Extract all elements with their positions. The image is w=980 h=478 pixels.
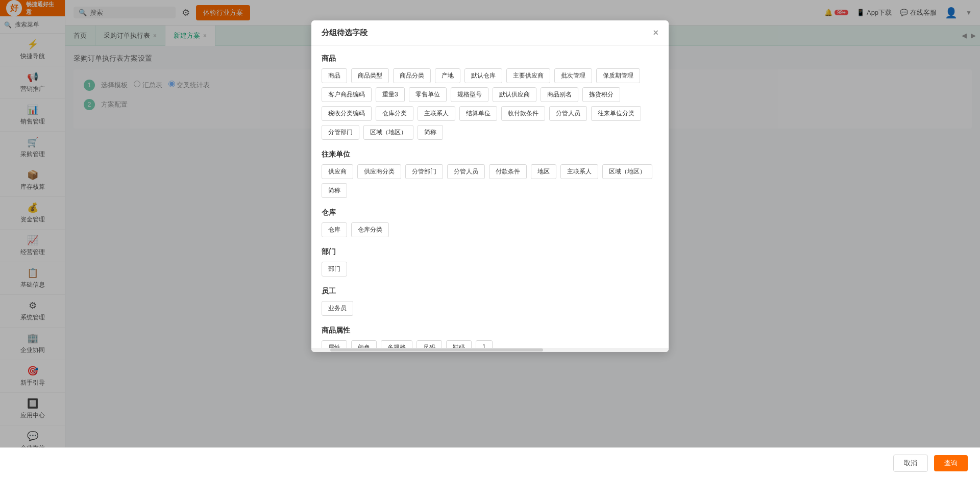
section-product-attr: 商品属性 属性 颜色 多规格 尺码 鞋码 1 — [322, 326, 658, 348]
field-supplier-category[interactable]: 供应商分类 — [357, 164, 401, 179]
cancel-button[interactable]: 取消 — [893, 455, 928, 472]
field-supervisor[interactable]: 分管人员 — [549, 106, 587, 121]
field-supervisor2[interactable]: 分管人员 — [447, 164, 485, 179]
field-region2[interactable]: 区域（地区） — [602, 164, 652, 179]
field-payment-terms[interactable]: 收付款条件 — [501, 106, 545, 121]
modal-footer: 取消 查询 — [0, 447, 980, 478]
field-multi-spec[interactable]: 多规格 — [381, 340, 412, 348]
field-default-supplier[interactable]: 默认供应商 — [493, 87, 536, 102]
field-partner-category[interactable]: 往来单位分类 — [591, 106, 641, 121]
section-warehouse: 仓库 仓库 仓库分类 — [322, 208, 658, 237]
field-customer-code[interactable]: 客户商品编码 — [322, 87, 372, 102]
section-dept: 部门 部门 — [322, 247, 658, 276]
field-num1[interactable]: 1 — [476, 340, 493, 348]
section-product-fields: 商品 商品类型 商品分类 产地 默认仓库 主要供应商 批次管理 保质期管理 客户… — [322, 68, 658, 140]
section-dept-title: 部门 — [322, 247, 658, 257]
field-salesperson[interactable]: 业务员 — [322, 301, 353, 316]
field-origin[interactable]: 产地 — [435, 68, 460, 83]
field-spec-model[interactable]: 规格型号 — [451, 87, 488, 102]
field-main-contact[interactable]: 主联系人 — [418, 106, 455, 121]
modal-close-button[interactable]: × — [653, 28, 658, 38]
field-wh[interactable]: 仓库 — [322, 222, 347, 237]
field-product[interactable]: 商品 — [322, 68, 347, 83]
field-attr[interactable]: 属性 — [322, 340, 347, 348]
section-warehouse-title: 仓库 — [322, 208, 658, 217]
section-warehouse-fields: 仓库 仓库分类 — [322, 222, 658, 237]
field-select-modal: 分组待选字段 × 商品 商品 商品类型 商品分类 产地 默认仓库 主要供应商 批… — [311, 20, 669, 352]
section-employee-title: 员工 — [322, 287, 658, 296]
modal-body[interactable]: 商品 商品 商品类型 商品分类 产地 默认仓库 主要供应商 批次管理 保质期管理… — [311, 46, 669, 348]
section-partner: 往来单位 供应商 供应商分类 分管部门 分管人员 付款条件 地区 主联系人 区域… — [322, 150, 658, 198]
field-color[interactable]: 颜色 — [351, 340, 377, 348]
field-expiry-mgmt[interactable]: 保质期管理 — [596, 68, 640, 83]
field-retail-unit[interactable]: 零售单位 — [409, 87, 447, 102]
field-warehouse-category[interactable]: 仓库分类 — [376, 106, 413, 121]
section-product-title: 商品 — [322, 54, 658, 63]
modal-header: 分组待选字段 × — [311, 20, 669, 46]
section-dept-fields: 部门 — [322, 262, 658, 276]
field-wh-category[interactable]: 仓库分类 — [351, 222, 389, 237]
scrollbar-thumb — [330, 348, 544, 351]
modal-title: 分组待选字段 — [322, 28, 368, 38]
section-employee: 员工 业务员 — [322, 287, 658, 316]
field-size[interactable]: 尺码 — [416, 340, 442, 348]
field-dept2[interactable]: 分管部门 — [405, 164, 443, 179]
modal-horizontal-scrollbar[interactable] — [311, 348, 669, 352]
field-shoe-size[interactable]: 鞋码 — [446, 340, 472, 348]
section-product: 商品 商品 商品类型 商品分类 产地 默认仓库 主要供应商 批次管理 保质期管理… — [322, 54, 658, 140]
field-product-alias[interactable]: 商品别名 — [541, 87, 578, 102]
field-main-contact2[interactable]: 主联系人 — [560, 164, 598, 179]
field-payment-terms2[interactable]: 付款条件 — [489, 164, 527, 179]
field-department[interactable]: 部门 — [322, 262, 347, 276]
section-partner-title: 往来单位 — [322, 150, 658, 159]
field-settlement-unit[interactable]: 结算单位 — [459, 106, 497, 121]
field-tax-code[interactable]: 税收分类编码 — [322, 106, 372, 121]
field-weight3[interactable]: 重量3 — [376, 87, 405, 102]
field-supplier[interactable]: 供应商 — [322, 164, 353, 179]
field-product-category[interactable]: 商品分类 — [393, 68, 431, 83]
field-dept[interactable]: 分管部门 — [322, 125, 359, 140]
section-product-attr-title: 商品属性 — [322, 326, 658, 335]
field-area[interactable]: 地区 — [531, 164, 556, 179]
modal-overlay: 分组待选字段 × 商品 商品 商品类型 商品分类 产地 默认仓库 主要供应商 批… — [0, 0, 980, 478]
field-short-name2[interactable]: 简称 — [322, 183, 347, 198]
confirm-button[interactable]: 查询 — [934, 455, 968, 471]
field-pick-score[interactable]: 拣货积分 — [582, 87, 620, 102]
section-product-attr-fields: 属性 颜色 多规格 尺码 鞋码 1 — [322, 340, 658, 348]
field-product-type[interactable]: 商品类型 — [351, 68, 389, 83]
field-region[interactable]: 区域（地区） — [363, 125, 413, 140]
field-default-warehouse[interactable]: 默认仓库 — [464, 68, 502, 83]
field-batch-mgmt[interactable]: 批次管理 — [554, 68, 592, 83]
section-employee-fields: 业务员 — [322, 301, 658, 316]
section-partner-fields: 供应商 供应商分类 分管部门 分管人员 付款条件 地区 主联系人 区域（地区） … — [322, 164, 658, 198]
field-main-supplier[interactable]: 主要供应商 — [506, 68, 550, 83]
field-short-name[interactable]: 简称 — [418, 125, 443, 140]
